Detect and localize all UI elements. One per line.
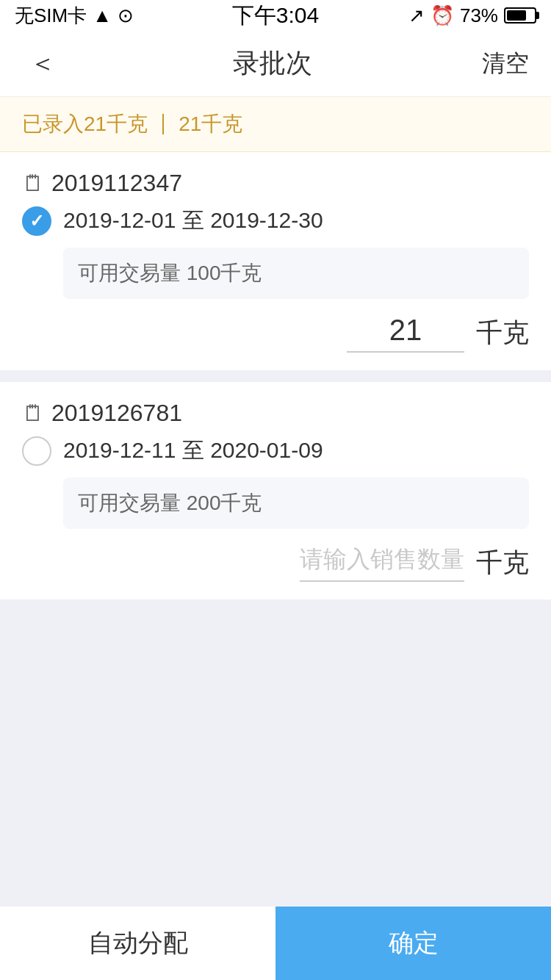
batch-2-available: 可用交易量 200千克	[63, 478, 529, 529]
batch-1-details: 🗒 2019112347 2019-12-01 至 2019-12-30 可用交…	[0, 152, 551, 353]
batch-2-icon: 🗒	[22, 401, 44, 426]
batch-1-quantity-container: 21	[347, 314, 464, 353]
batch-1-radio[interactable]	[22, 206, 51, 236]
confirm-button[interactable]: 确定	[276, 907, 551, 980]
batch-2-date-row: 2019-12-11 至 2020-01-09	[22, 436, 529, 466]
batch-1-date: 2019-12-01 至 2019-12-30	[63, 206, 323, 236]
total-label: 21千克	[179, 110, 242, 138]
batch-2-quantity-row: 请输入销售数量 千克	[22, 529, 529, 582]
card-separator-2	[0, 599, 551, 937]
batch-card-1: 🗒 2019112347 2019-12-01 至 2019-12-30 可用交…	[0, 152, 551, 370]
batch-2-details: 🗒 2019126781 2019-12-11 至 2020-01-09 可用交…	[0, 382, 551, 582]
status-bar: 无SIM卡 ▲ ⊙ 下午3:04 ↗ ⏰ 73%	[0, 0, 551, 31]
info-divider	[162, 114, 164, 134]
status-bar-left: 无SIM卡 ▲ ⊙	[15, 3, 134, 29]
batch-1-header: 🗒 2019112347	[22, 170, 529, 197]
sim-text: 无SIM卡	[15, 3, 87, 29]
batch-card-2: 🗒 2019126781 2019-12-11 至 2020-01-09 可用交…	[0, 382, 551, 599]
wifi-icon: ▲	[93, 4, 112, 27]
batch-2-quantity-placeholder: 请输入销售数量	[300, 546, 464, 572]
bottom-actions: 自动分配 确定	[0, 907, 551, 980]
wifi-signal: ⊙	[118, 4, 134, 27]
batch-1-quantity-row: 21 千克	[22, 299, 529, 353]
batch-1-unit: 千克	[476, 315, 529, 351]
info-bar: 已录入21千克 21千克	[0, 97, 551, 152]
batch-1-date-row: 2019-12-01 至 2019-12-30	[22, 206, 529, 236]
alarm-icon: ⏰	[431, 4, 454, 27]
batch-1-available: 可用交易量 100千克	[63, 248, 529, 299]
recorded-label: 已录入21千克	[22, 110, 148, 138]
batch-2-date: 2019-12-11 至 2020-01-09	[63, 436, 323, 466]
batch-1-id: 2019112347	[51, 170, 182, 197]
battery-percent: 73%	[460, 4, 498, 27]
clear-button[interactable]: 清空	[482, 48, 529, 80]
batch-2-unit: 千克	[476, 545, 529, 581]
page-title: 录批次	[233, 46, 312, 82]
back-button[interactable]: ＜	[22, 38, 63, 89]
batch-2-radio[interactable]	[22, 436, 51, 466]
location-icon: ↗	[408, 4, 425, 27]
status-bar-time: 下午3:04	[232, 1, 319, 31]
card-separator-1	[0, 370, 551, 382]
batch-2-quantity-container: 请输入销售数量	[300, 544, 464, 582]
batch-2-id: 2019126781	[51, 400, 182, 427]
batch-2-header: 🗒 2019126781	[22, 400, 529, 427]
auto-distribute-button[interactable]: 自动分配	[0, 907, 276, 980]
status-bar-right: ↗ ⏰ 73%	[408, 4, 536, 27]
nav-bar: ＜ 录批次 清空	[0, 31, 551, 97]
battery-icon	[504, 7, 536, 24]
batch-1-icon: 🗒	[22, 171, 44, 196]
batch-1-quantity-value: 21	[389, 314, 422, 346]
